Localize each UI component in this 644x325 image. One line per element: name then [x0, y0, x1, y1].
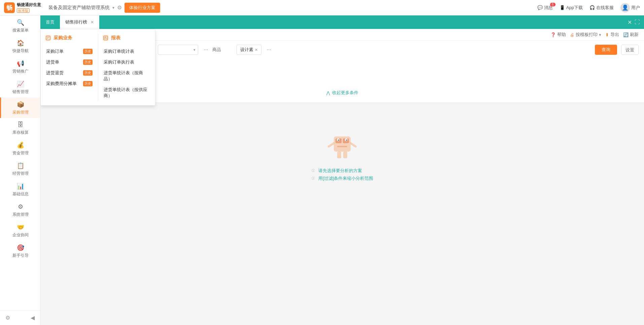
sidebar-item-search[interactable]: 🔍 搜索菜单: [0, 15, 40, 36]
goods-label: 商品: [212, 47, 232, 53]
sidebar-item-inventory[interactable]: 🗄 库存核算: [0, 118, 40, 138]
sidebar-label-newbie: 新手引导: [12, 253, 29, 258]
sidebar-item-enterprise[interactable]: 🤝 企业协同: [0, 220, 40, 241]
system-settings-icon[interactable]: ⚙: [117, 4, 122, 11]
system-dropdown-icon[interactable]: ▾: [112, 5, 114, 10]
print-dropdown-icon[interactable]: ▾: [599, 32, 601, 37]
sidebar-item-newbie[interactable]: 🎯 新手引导: [0, 241, 40, 261]
report-menu-column: 报表 采购订单统计表 采购订单执行表 进货单统计表（按商品） 进货单统计表（按供…: [98, 33, 155, 101]
print-btn[interactable]: 🖨 按模板打印 ▾: [570, 32, 601, 38]
svg-rect-13: [337, 152, 341, 158]
menu-item-purchase-expense[interactable]: 采购费用分摊单 历史: [45, 78, 94, 89]
sales-ranking-tab-label: 销售排行榜: [65, 19, 87, 25]
messages-btn[interactable]: 💬 消息 6: [537, 5, 553, 11]
status-more-btn[interactable]: ···: [204, 47, 208, 53]
menu-label-inbound: 进货单: [46, 59, 59, 65]
tab-close-icon[interactable]: ✕: [91, 20, 94, 25]
purchase-menu-category: 采购业务: [45, 33, 94, 43]
online-service-btn[interactable]: 🎧 在线客服: [589, 5, 614, 11]
menu-item-inbound-stat-goods[interactable]: 进货单统计表（按商品）: [102, 68, 151, 84]
tab-expand-btn[interactable]: ⛶: [635, 19, 640, 25]
empty-illustration: [325, 130, 359, 160]
sales-icon: 📈: [17, 80, 24, 88]
svg-rect-0: [46, 36, 50, 40]
sidebar-label-operations: 经营管理: [12, 171, 29, 176]
basicinfo-icon: 📊: [17, 182, 24, 190]
sidebar-item-operations[interactable]: 📋 经营管理: [0, 159, 40, 179]
print-icon: 🖨: [570, 32, 574, 37]
sidebar-label-basicinfo: 基础信息: [12, 191, 29, 197]
sidebar-bottom: ⚙ ◀: [0, 310, 40, 325]
logo-icon: 畅: [4, 2, 15, 13]
tab-bar: 首页 销售排行榜 ✕ 采购业务 采购订单 历史 进货单: [40, 15, 644, 29]
system-icon: ⚙: [18, 203, 23, 210]
status-select-wrapper: [158, 45, 198, 55]
sidebar-item-sales[interactable]: 📈 销售管理: [0, 77, 40, 97]
settings-btn[interactable]: 设置: [621, 45, 639, 55]
operations-icon: 📋: [17, 162, 24, 169]
home-icon: 🏠: [17, 39, 24, 47]
sidebar-label-sales: 销售管理: [12, 89, 29, 95]
menu-label-purchase-expense: 采购费用分摊单: [46, 81, 77, 87]
svg-rect-10: [337, 146, 347, 147]
logo-area: 畅 畅捷通好生意 标准版: [4, 2, 44, 13]
sidebar-settings-icon[interactable]: ⚙: [5, 315, 10, 321]
purchase-icon: 📦: [17, 101, 24, 108]
sidebar-item-basicinfo[interactable]: 📊 基础信息: [0, 179, 40, 200]
message-icon: 💬: [537, 5, 543, 10]
header-right: 💬 消息 6 📱 App下载 🎧 在线客服 👤 用户: [537, 3, 640, 12]
status-select[interactable]: [158, 45, 198, 55]
menu-item-purchase-order[interactable]: 采购订单 历史: [45, 46, 94, 57]
tab-sales-ranking[interactable]: 销售排行榜 ✕: [60, 15, 99, 29]
newbie-icon: 🎯: [17, 244, 24, 251]
purchase-expense-badge: 历史: [83, 81, 93, 86]
sidebar-item-quicknav[interactable]: 🏠 快捷导航: [0, 36, 40, 56]
tab-bar-right: ✕ ⛶: [628, 15, 644, 29]
tab-home[interactable]: 首页: [40, 15, 60, 29]
main-content: 首页 销售排行榜 ✕ 采购业务 采购订单 历史 进货单: [40, 15, 644, 325]
menu-item-purchase-order-exec[interactable]: 采购订单执行表: [102, 57, 151, 68]
marketing-icon: 📢: [17, 60, 24, 67]
menu-item-inbound-stat-supplier[interactable]: 进货单统计表（按供应商）: [102, 84, 151, 101]
goods-tag-close-icon[interactable]: ✕: [255, 48, 258, 52]
sidebar-item-purchase[interactable]: 📦 采购管理: [0, 97, 40, 118]
help-icon: ❓: [550, 32, 556, 37]
refresh-btn[interactable]: 🔄 刷新: [623, 32, 639, 38]
headset-icon: 🎧: [589, 5, 595, 10]
sidebar-label-enterprise: 企业协同: [12, 232, 29, 238]
user-avatar: 👤: [620, 3, 630, 12]
menu-item-purchase-order-stat[interactable]: 采购订单统计表: [102, 46, 151, 57]
sidebar-item-marketing[interactable]: 📢 营销推广: [0, 56, 40, 77]
menu-label-purchase-order: 采购订单: [46, 48, 64, 54]
sidebar-item-system[interactable]: ⚙ 系统管理: [0, 200, 40, 220]
svg-line-11: [329, 143, 334, 147]
try-industry-btn[interactable]: 体验行业方案: [124, 3, 160, 13]
menu-label-purchase-order-stat: 采购订单统计表: [104, 48, 134, 54]
phone-icon: 📱: [560, 5, 565, 10]
help-btn[interactable]: ❓ 帮助: [550, 32, 566, 38]
menu-item-inbound[interactable]: 进货单 历史: [45, 57, 94, 68]
tab-close-btn[interactable]: ✕: [628, 19, 632, 26]
enterprise-icon: 🤝: [17, 224, 24, 231]
sidebar-item-capital[interactable]: 💰 资金管理: [0, 138, 40, 159]
purchase-menu-column: 采购业务 采购订单 历史 进货单 历史 进货退货 历史 采购费用分摊单 历史: [41, 33, 98, 101]
sidebar-label-search: 搜索菜单: [12, 28, 29, 33]
sidebar-label-purchase: 采购管理: [12, 110, 29, 115]
sidebar-label-marketing: 营销推广: [12, 69, 29, 74]
sidebar-label-inventory: 库存核算: [12, 130, 29, 135]
sidebar-collapse-icon[interactable]: ◀: [31, 315, 35, 321]
app-download-btn[interactable]: 📱 App下载: [560, 5, 583, 11]
user-menu-btn[interactable]: 👤 用户: [620, 3, 640, 12]
top-header: 畅 畅捷通好生意 标准版 装备及固定资产辅助管理系统 ▾ ⚙ 体验行业方案 💬 …: [0, 0, 644, 15]
svg-point-17: [338, 139, 339, 141]
goods-more-btn[interactable]: ···: [267, 47, 271, 53]
collapse-icon: ⋀: [326, 90, 330, 95]
goods-tag[interactable]: 设计素 ✕: [237, 45, 261, 55]
svg-point-18: [346, 139, 347, 141]
menu-item-inbound-return[interactable]: 进货退货 历史: [45, 68, 94, 78]
search-btn[interactable]: 查询: [595, 45, 617, 55]
export-btn[interactable]: ⬆ 导出: [605, 32, 619, 38]
sidebar-label-system: 系统管理: [12, 212, 29, 217]
system-title-text: 装备及固定资产辅助管理系统: [48, 5, 110, 11]
svg-rect-14: [343, 152, 347, 158]
